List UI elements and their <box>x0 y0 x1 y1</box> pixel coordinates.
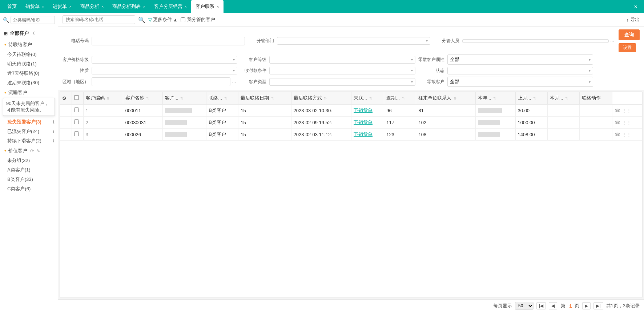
filter-phone-input[interactable] <box>92 37 245 45</box>
row-last-contact-method[interactable]: 下销货单 <box>351 105 384 117</box>
filter-customer-level-select[interactable]: ▾ <box>269 56 415 64</box>
select-all-checkbox[interactable] <box>74 95 79 100</box>
filter-price-select[interactable]: ▾ <box>92 56 237 64</box>
filter-phone: 电话号码 <box>63 37 245 45</box>
row-checkbox-0[interactable] <box>74 108 79 112</box>
filter-search-button[interactable]: 🔍 <box>138 16 145 23</box>
row-last-contact-method[interactable]: 下销货单 <box>351 129 384 141</box>
sidebar-item-tomorrow-pending[interactable]: 明天待联络(1) <box>0 59 58 69</box>
this-month-header[interactable]: 本月... ⇅ <box>547 92 579 105</box>
edit-icon[interactable]: ✎ <box>36 148 40 154</box>
sidebar-item-unclassified[interactable]: 未分组(32) <box>0 156 58 165</box>
last-contact-date-header[interactable]: 最后联络日期 ⇅ <box>238 92 291 105</box>
sidebar-item-declining[interactable]: 持续下滑客户(2) ℹ <box>0 136 58 146</box>
my-customers-checkbox[interactable] <box>181 17 185 22</box>
overdue-header[interactable]: 逾期... ⇅ <box>384 92 416 105</box>
group-dormant[interactable]: ▼ 沉睡客户 <box>0 88 58 98</box>
filter-retail-attr-select[interactable]: 全部 ▾ <box>447 54 593 65</box>
contact-column-header[interactable]: 联络... ⇅ <box>206 92 238 105</box>
my-customers-checkbox-label[interactable]: 我分管的客户 <box>181 16 215 23</box>
action-more-icon[interactable]: ⋮⋮ <box>622 132 631 137</box>
row-checkbox-2[interactable] <box>74 131 79 136</box>
sidebar-item-7days-pending[interactable]: 近7天待联络(0) <box>0 69 58 78</box>
nav-product-analysis-list[interactable]: 商品分析列表 × <box>108 0 149 13</box>
action-contact-icon[interactable]: ☎ <box>615 120 620 125</box>
sidebar-item-today-pending[interactable]: 今天待联络(0) <box>0 50 58 59</box>
row-gear <box>60 129 72 141</box>
action-contact-icon[interactable]: ☎ <box>615 132 620 137</box>
close-product-analysis-list[interactable]: × <box>143 4 145 9</box>
row-type: B类客户 <box>206 105 238 117</box>
action-contact-icon[interactable]: ☎ <box>615 108 620 113</box>
settings-button[interactable]: 设置 <box>619 43 636 52</box>
filter-dept-select[interactable]: ▾ <box>277 37 430 45</box>
checkbox-column-header[interactable] <box>72 92 83 105</box>
gear-column-header[interactable]: ⚙ <box>60 92 72 105</box>
row-not-contacted: 123 <box>384 129 416 141</box>
close-purchase-order[interactable]: × <box>69 4 71 9</box>
last-page-button[interactable]: ▶| <box>593 302 603 309</box>
action-more-icon[interactable]: ⋮⋮ <box>622 108 631 113</box>
nav-customer-contact[interactable]: 客户联系 × <box>191 0 223 13</box>
prev-page-button[interactable]: ◀ <box>549 302 557 309</box>
nav-sales-order[interactable]: 销货单 × <box>21 0 48 13</box>
all-customers-header[interactable]: ⊞ 全部客户 《 <box>0 27 58 40</box>
row-checkbox-1[interactable] <box>74 119 79 124</box>
filter-more-button[interactable]: ▽ 更多条件 ▲ <box>148 16 178 23</box>
filter-manager-ellipsis[interactable]: ··· <box>609 38 616 44</box>
page-size-select[interactable]: 50 100 <box>515 302 534 310</box>
filter-region-input[interactable] <box>92 77 230 86</box>
close-customer-contact[interactable]: × <box>217 4 219 9</box>
sidebar-search-input[interactable] <box>11 16 55 24</box>
sidebar-item-churned[interactable]: 已流失客户(24) ℹ <box>0 127 58 136</box>
code-column-header[interactable]: 客户编码 ⇅ <box>83 92 123 105</box>
gear-icon-header[interactable]: ⚙ <box>62 96 67 101</box>
filter-payment-select[interactable]: ▾ <box>269 67 415 74</box>
not-contacted-header[interactable]: 未联... ⇅ <box>351 92 384 105</box>
sidebar-item-b-class[interactable]: B类客户(33) <box>0 175 58 184</box>
first-page-button[interactable]: |◀ <box>536 302 546 309</box>
sidebar-item-churn-warning[interactable]: 流失预警客户(3) ℹ <box>0 117 58 127</box>
close-sales-order[interactable]: × <box>42 4 44 9</box>
contact-person-header[interactable]: 往来单位联系人 ⇅ <box>416 92 475 105</box>
row-code: 00030031 <box>123 117 162 129</box>
group-value[interactable]: ▼ 价值客户 ⟳ ✎ <box>0 146 58 156</box>
nav-home[interactable]: 首页 <box>3 0 21 13</box>
row-last-contact-method[interactable]: 下销货单 <box>351 117 384 129</box>
filter-customer-type-select[interactable]: ▾ <box>269 78 415 86</box>
filter-status-select[interactable]: ▾ <box>447 67 593 74</box>
row-no: 3 <box>83 129 123 141</box>
sidebar-item-c-class[interactable]: C类客户(6) <box>0 184 58 194</box>
action-more-icon[interactable]: ⋮⋮ <box>622 120 631 125</box>
this-year-header[interactable]: 本年... ⇅ <box>475 92 515 105</box>
type-column-header[interactable]: 客户... ⇅ <box>162 92 206 105</box>
last-month-header[interactable]: 上月... ⇅ <box>515 92 547 105</box>
nav-purchase-order[interactable]: 进货单 × <box>48 0 76 13</box>
row-code: 000026 <box>123 129 162 141</box>
query-settings-col: 查询 设置 <box>619 29 640 52</box>
export-button[interactable]: ↑ 导出 <box>627 16 640 23</box>
name-column-header[interactable]: 客户名称 ⇅ <box>123 92 162 105</box>
filter-region-ellipsis[interactable]: ··· <box>230 79 237 85</box>
sidebar-item-overdue-pending[interactable]: 逾期未联络(30) <box>0 78 58 88</box>
filter-customer-type-label: 客户类型 <box>240 79 269 85</box>
sidebar-item-a-class[interactable]: A类客户(1) <box>0 165 58 175</box>
chevron-up-icon: ▲ <box>173 17 178 23</box>
row-checkbox-cell[interactable] <box>72 129 83 141</box>
filter-nature-select[interactable]: ▾ <box>92 67 237 74</box>
nav-product-analysis[interactable]: 商品分析 × <box>76 0 108 13</box>
nav-customer-tier[interactable]: 客户分层经营 × <box>150 0 191 13</box>
next-page-button[interactable]: ▶ <box>582 302 591 309</box>
group-pending-contact[interactable]: ▼ 待联络客户 <box>0 40 58 50</box>
row-checkbox-cell[interactable] <box>72 117 83 129</box>
close-product-analysis[interactable]: × <box>101 4 104 9</box>
filter-manager-select[interactable] <box>462 39 609 43</box>
close-customer-tier[interactable]: × <box>185 4 187 9</box>
query-button[interactable]: 查询 <box>619 29 640 40</box>
filter-search-input[interactable] <box>63 15 135 24</box>
last-contact-method-header[interactable]: 最后联络方式 ⇅ <box>291 92 351 105</box>
window-close-button[interactable]: ✕ <box>630 1 641 12</box>
row-checkbox-cell[interactable] <box>72 105 83 117</box>
filter-retail-customer-select[interactable]: 全部 ▾ <box>447 77 593 87</box>
refresh-icon[interactable]: ⟳ <box>30 148 34 154</box>
